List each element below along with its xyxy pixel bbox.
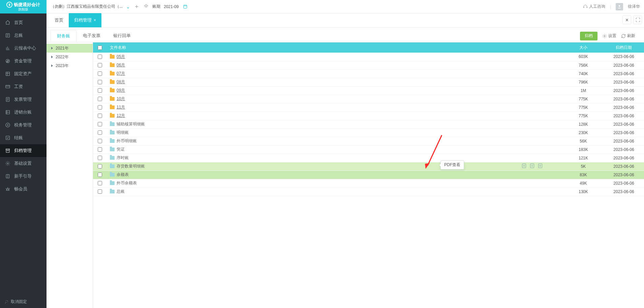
close-icon[interactable]: × — [94, 18, 96, 23]
table-row[interactable]: 余额表83K2023-06-06 — [93, 171, 644, 179]
sidebar-item-label: 结账 — [14, 135, 23, 141]
table-row[interactable]: 明细账230K2023-06-06 — [93, 128, 644, 137]
file-name-link[interactable]: 08月 — [117, 79, 125, 85]
file-name-link[interactable]: 10月 — [117, 96, 125, 102]
file-name-link[interactable]: 09月 — [117, 88, 125, 93]
file-name-text[interactable]: 外币余额表 — [117, 180, 137, 186]
file-name-text[interactable]: 余额表 — [117, 172, 129, 178]
sidebar-item-close[interactable]: 结账 — [0, 131, 47, 144]
avatar-icon[interactable] — [616, 3, 623, 10]
sidebar-unpin[interactable]: 取消固定 — [0, 296, 47, 308]
table-row[interactable]: 外币余额表49K2023-06-06 — [93, 179, 644, 187]
table-row[interactable]: 06月756K2023-06-06 — [93, 61, 644, 69]
file-name-text[interactable]: 序时账 — [117, 155, 129, 161]
table-row[interactable]: 辅助核算明细账128K2023-06-06 — [93, 120, 644, 128]
sidebar-item-fund[interactable]: 资金管理 — [0, 55, 47, 67]
table-row[interactable]: 12月775K2023-06-06 — [93, 112, 644, 120]
tree-year[interactable]: 2021年 — [47, 44, 93, 53]
tree-year[interactable]: 2022年 — [47, 53, 93, 61]
tree-year[interactable]: 2023年 — [47, 61, 93, 70]
file-name-link[interactable]: 12月 — [117, 113, 125, 119]
row-checkbox[interactable] — [98, 147, 102, 152]
table-row[interactable]: 外币明细账56K2023-06-06 — [93, 137, 644, 145]
add-icon[interactable] — [133, 4, 140, 10]
row-checkbox[interactable] — [98, 173, 102, 177]
sub-tab[interactable]: 银行回单 — [107, 30, 137, 42]
row-checkbox[interactable] — [98, 71, 102, 76]
sidebar-item-vip[interactable]: 畅会员 — [0, 183, 47, 195]
settings-link[interactable]: 设置 — [602, 33, 616, 39]
file-name-text[interactable]: 存货数量明细账 — [117, 163, 145, 169]
sidebar-item-asset[interactable]: 固定资产 — [0, 67, 47, 80]
table-row[interactable]: 序时账121K2023-06-06 — [93, 154, 644, 162]
refresh-icon — [621, 34, 626, 38]
row-checkbox[interactable] — [98, 80, 102, 84]
sidebar-item-stock[interactable]: 进销台账 — [0, 106, 47, 119]
pdf-view-tooltip: PDF查看 — [440, 160, 464, 170]
sidebar-item-settings[interactable]: 基础设置 — [0, 157, 47, 170]
file-size: 775K — [563, 112, 604, 120]
sidebar-item-tax[interactable]: 税务管理 — [0, 119, 47, 131]
sub-tab[interactable]: 电子发票 — [76, 30, 107, 42]
file-name-link[interactable]: 11月 — [117, 104, 125, 110]
file-size: 121K — [563, 154, 604, 162]
file-name-text[interactable]: 外币明细账 — [117, 138, 137, 144]
file-name-link[interactable]: 07月 — [117, 71, 125, 76]
table-row[interactable]: 05月603K2023-06-06 — [93, 53, 644, 61]
file-name-text[interactable]: 明细账 — [117, 130, 129, 135]
row-checkbox[interactable] — [98, 63, 102, 67]
archive-button[interactable]: 归档 — [580, 32, 597, 40]
fullscreen-button[interactable]: ⛶ — [633, 16, 642, 24]
row-checkbox[interactable] — [98, 55, 102, 59]
company-selector-label[interactable]: （勿删）江西服宝精品有限责任公司（... — [51, 4, 123, 9]
table-row[interactable]: 存货数量明细账5K2023-06-06 — [93, 162, 644, 171]
select-all-checkbox[interactable] — [98, 45, 102, 50]
sidebar-item-archive[interactable]: 归档管理 — [0, 144, 47, 157]
sidebar-item-chart[interactable]: 云报表中心 — [0, 42, 47, 55]
row-checkbox[interactable] — [98, 114, 102, 118]
close-tab-button[interactable]: ✕ — [622, 16, 631, 24]
row-checkbox[interactable] — [98, 164, 102, 168]
row-checkbox[interactable] — [98, 97, 102, 101]
company-dropdown-icon[interactable]: ⌄ — [126, 4, 130, 9]
file-name-link[interactable]: 05月 — [117, 54, 125, 60]
gear-icon[interactable] — [143, 4, 149, 10]
file-name-text[interactable]: 总账 — [117, 189, 125, 194]
page-tab[interactable]: 归档管理× — [69, 13, 101, 27]
sub-tab[interactable]: 财务账 — [51, 30, 76, 42]
period-value[interactable]: 2021-09 — [164, 4, 179, 9]
download-excel-icon[interactable] — [521, 163, 527, 168]
page-tab[interactable]: 首页 — [49, 13, 69, 27]
row-checkbox[interactable] — [98, 156, 102, 160]
row-checkbox[interactable] — [98, 189, 102, 194]
sidebar-item-salary[interactable]: 工资 — [0, 80, 47, 93]
file-name-text[interactable]: 凭证 — [117, 147, 125, 152]
table-row[interactable]: 11月775K2023-06-06 — [93, 103, 644, 112]
row-checkbox[interactable] — [98, 181, 102, 185]
table-row[interactable]: 08月796K2023-06-06 — [93, 78, 644, 86]
row-checkbox[interactable] — [98, 105, 102, 110]
view-pdf-icon[interactable] — [538, 163, 543, 168]
row-checkbox[interactable] — [98, 122, 102, 126]
row-checkbox[interactable] — [98, 130, 102, 135]
table-row[interactable]: 总账130K2023-06-06 — [93, 187, 644, 196]
refresh-link[interactable]: 刷新 — [621, 33, 635, 39]
brand-edition: 旗舰版 — [18, 7, 28, 12]
file-name-link[interactable]: 06月 — [117, 62, 125, 68]
table-row[interactable]: 凭证183K2023-06-06 — [93, 145, 644, 154]
sidebar-item-invoice[interactable]: 发票管理 — [0, 93, 47, 106]
sidebar-item-ledger[interactable]: 总账 — [0, 29, 47, 42]
support-link[interactable]: 人工咨询 — [583, 4, 605, 9]
row-checkbox[interactable] — [98, 139, 102, 143]
table-row[interactable]: 07月740K2023-06-06 — [93, 69, 644, 78]
sidebar-item-home[interactable]: 首页 — [0, 16, 47, 29]
sidebar-item-guide[interactable]: 新手引导 — [0, 170, 47, 183]
download-pdf-icon[interactable] — [529, 163, 535, 168]
file-name-text[interactable]: 辅助核算明细账 — [117, 121, 145, 127]
calendar-icon[interactable] — [182, 4, 188, 10]
user-name[interactable]: 徐泽华 — [628, 4, 640, 9]
row-checkbox[interactable] — [98, 88, 102, 93]
file-size: 56K — [563, 137, 604, 145]
table-row[interactable]: 09月1M2023-06-06 — [93, 86, 644, 95]
table-row[interactable]: 10月775K2023-06-06 — [93, 95, 644, 103]
